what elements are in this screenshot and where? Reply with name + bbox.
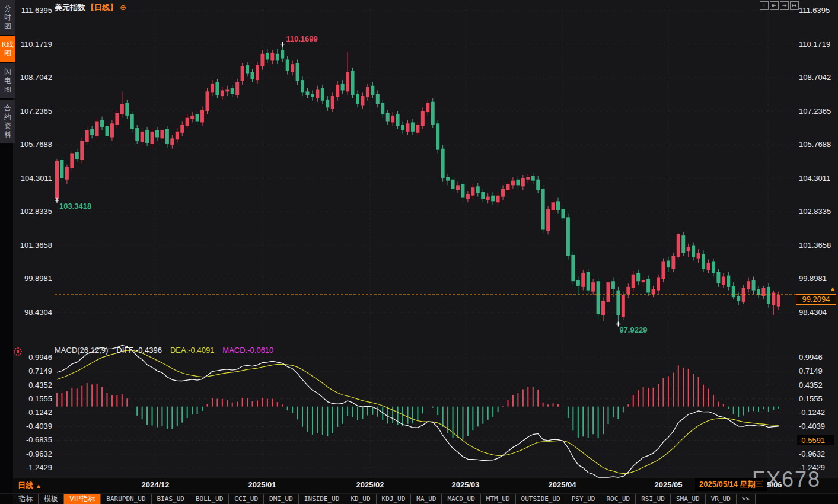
price-axis-label: 111.6395 — [799, 6, 837, 15]
macd-axis-label: 0.7149 — [14, 366, 52, 376]
tab-ma_ud[interactable]: MA_UD — [411, 494, 442, 504]
tab-vr_ud[interactable]: VR_UD — [706, 494, 737, 504]
macd-axis-label: 0.9946 — [799, 353, 837, 362]
x-axis-month-label: 2024/12 — [135, 480, 176, 489]
tab-rsi_ud[interactable]: RSI_UD — [636, 494, 671, 504]
chevron-up-icon: ▲ — [36, 483, 42, 489]
price-axis-label: 104.3011 — [14, 174, 52, 183]
tab-vip指标[interactable]: VIP指标 — [64, 494, 101, 504]
symbol-name: 美元指数 — [55, 3, 85, 12]
macd-axis-label: -0.9632 — [14, 449, 52, 459]
tab-指标[interactable]: 指标 — [13, 494, 39, 504]
tab-boll_ud[interactable]: BOLL_UD — [190, 494, 229, 504]
sidebar-item-分时图[interactable]: 分时图 — [0, 0, 15, 35]
indicator-tab-bar: 指标模板VIP指标BARUPDN_UDBIAS_UDBOLL_UDCCI_UDD… — [0, 493, 838, 504]
tab-cci_ud[interactable]: CCI_UD — [229, 494, 264, 504]
tab-roc_ud[interactable]: ROC_UD — [601, 494, 636, 504]
chart-title: 美元指数【日线】⊕ — [55, 2, 126, 13]
price-axis-label: 105.7688 — [799, 140, 837, 149]
macd-axis-label: -1.2429 — [14, 463, 52, 473]
price-axis-label: 110.1719 — [14, 40, 52, 49]
price-annotation: 103.3418 — [59, 202, 91, 210]
macd-diff-value: DIFF:-0.4396 — [116, 346, 162, 355]
x-axis-month-label: 2025/03 — [445, 480, 486, 489]
date-badge: 2025/05/14 星期三 — [695, 478, 767, 491]
macd-axis-label: 0.7149 — [799, 366, 837, 376]
macd-axis-label: 0.4352 — [14, 381, 52, 390]
price-axis-label: 98.4304 — [799, 308, 837, 317]
period-label: 日线 — [18, 481, 33, 490]
x-axis-month-label: 2025/01 — [241, 480, 283, 489]
macd-axis-label: -0.4039 — [799, 422, 837, 431]
macd-header: MACD(26,12,9) DIFF:-0.4396 DEA:-0.4091 M… — [55, 346, 273, 355]
add-indicator-icon[interactable]: ⊕ — [120, 3, 126, 12]
price-axis-label: 102.8335 — [14, 207, 52, 216]
tab-dmi_ud[interactable]: DMI_UD — [264, 494, 299, 504]
sidebar-item-K线图[interactable]: K线图 — [0, 36, 15, 62]
price-axis-label: 110.1719 — [799, 40, 837, 49]
chart-toolbar: +⇤⇥↦ — [760, 1, 799, 10]
price-axis-label: 99.8981 — [14, 274, 52, 283]
price-axis-label: 107.2365 — [799, 107, 837, 116]
tab-barupdn_ud[interactable]: BARUPDN_UD — [101, 494, 151, 504]
macd-settings-icon[interactable] — [14, 347, 22, 356]
tab-kd_ud[interactable]: KD_UD — [345, 494, 376, 504]
macd-axis-label: -0.4039 — [14, 422, 52, 431]
price-axis-label: 102.8335 — [799, 207, 837, 216]
price-axis-label: 105.7688 — [14, 140, 52, 149]
period-tag: 【日线】 — [87, 3, 117, 12]
macd-params: MACD(26,12,9) — [55, 346, 108, 355]
price-axis-label: 101.3658 — [799, 241, 837, 250]
price-trend-arrow-icon: ▲ — [830, 285, 836, 292]
price-annotation: 97.9229 — [619, 326, 647, 334]
price-axis-label: 111.6395 — [14, 6, 52, 15]
x-axis-month-label: 2025/05 — [648, 480, 689, 489]
axis-left-icon[interactable]: ⇤ — [770, 1, 779, 10]
macd-axis-label: 0.1555 — [799, 394, 837, 404]
x-axis-month-label: 2025/02 — [349, 480, 391, 489]
x-axis-month-label: 2025/04 — [541, 480, 583, 489]
macd-axis-label: 0.1555 — [14, 394, 52, 404]
macd-axis-label: -0.1242 — [14, 408, 52, 417]
tab-macd_ud[interactable]: MACD_UD — [442, 494, 480, 504]
last-price-badge: 99.2094 — [796, 294, 836, 305]
chart-canvas[interactable] — [0, 0, 838, 504]
macd-hist-value: MACD:-0.0610 — [222, 346, 273, 355]
tab-bias_ud[interactable]: BIAS_UD — [152, 494, 190, 504]
macd-axis-label: 0.4352 — [799, 381, 837, 390]
sidebar-item-闪电图[interactable]: 闪电图 — [0, 63, 15, 98]
tab-psy_ud[interactable]: PSY_UD — [566, 494, 601, 504]
tab-mtm_ud[interactable]: MTM_UD — [481, 494, 516, 504]
macd-last-value-badge: -0.5591 — [797, 435, 834, 445]
period-selector[interactable]: 日线▲ — [18, 480, 42, 491]
tab-inside_ud[interactable]: INSIDE_UD — [299, 494, 346, 504]
chart-type-sidebar: 分时图K线图闪电图合约资料 — [0, 0, 13, 504]
pan-tool-icon[interactable]: + — [760, 1, 769, 10]
tab-outside_ud[interactable]: OUTSIDE_UD — [516, 494, 566, 504]
axis-right-icon[interactable]: ⇥ — [780, 1, 789, 10]
price-axis-label: 107.2365 — [14, 107, 52, 116]
sidebar-item-合约资料[interactable]: 合约资料 — [0, 100, 15, 143]
tab->>[interactable]: >> — [737, 494, 756, 504]
macd-dea-value: DEA:-0.4091 — [170, 346, 214, 355]
macd-axis-label: -0.1242 — [799, 408, 837, 417]
price-axis-label: 108.7042 — [14, 73, 52, 82]
tab-kdj_ud[interactable]: KDJ_UD — [377, 494, 412, 504]
macd-axis-label: -1.2429 — [799, 463, 837, 473]
price-axis-label: 98.4304 — [14, 308, 52, 317]
chart-window: 分时图K线图闪电图合约资料 美元指数【日线】⊕ +⇤⇥↦ MACD(26,12,… — [0, 0, 838, 504]
tab-模板[interactable]: 模板 — [39, 494, 64, 504]
tab-sma_ud[interactable]: SMA_UD — [671, 494, 706, 504]
price-annotation: 110.1699 — [286, 34, 318, 43]
macd-axis-label: -0.6835 — [14, 435, 52, 445]
price-axis-label: 99.8981 — [799, 274, 837, 283]
panel-shift-icon[interactable]: ↦ — [790, 1, 799, 10]
price-axis-label: 101.3658 — [14, 241, 52, 250]
price-axis-label: 104.3011 — [799, 174, 837, 183]
macd-axis-label: -0.9632 — [799, 449, 837, 459]
price-axis-label: 108.7042 — [799, 73, 837, 82]
